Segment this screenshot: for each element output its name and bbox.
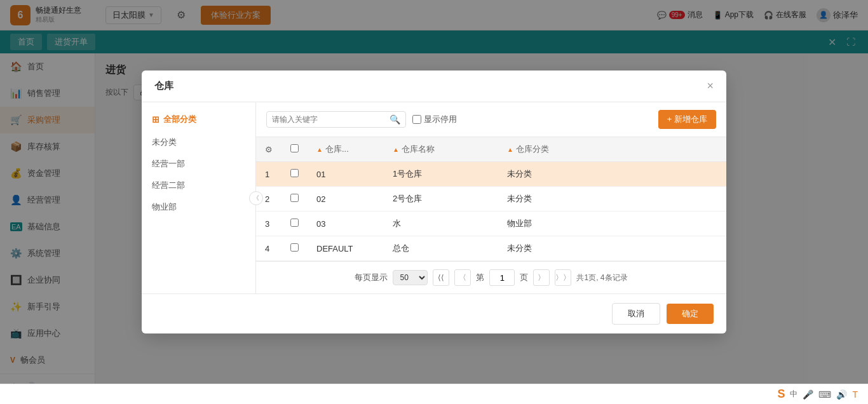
row-code: 03	[308, 212, 384, 236]
table-row[interactable]: 1 01 1号仓库 未分类	[256, 162, 726, 187]
row-name: 2号仓库	[384, 187, 498, 212]
sougou-icon: S	[777, 387, 785, 401]
row-checkbox	[281, 162, 308, 187]
col-category-header: ▲仓库分类	[498, 137, 726, 162]
category-item-property[interactable]: 物业部	[142, 196, 255, 218]
keyboard-icon[interactable]: ⌨	[818, 389, 831, 400]
row-index: 3	[256, 212, 281, 236]
total-info: 共1页, 4条记录	[576, 273, 627, 283]
col-settings: ⚙	[256, 137, 281, 162]
row-checkbox	[281, 187, 308, 212]
modal-footer: 取消 确定	[142, 293, 726, 333]
confirm-button[interactable]: 确定	[667, 304, 714, 324]
search-icon[interactable]: 🔍	[390, 114, 400, 125]
page-number-input[interactable]	[489, 269, 515, 286]
table-row[interactable]: 3 03 水 物业部	[256, 212, 726, 236]
sort-icon: ▲	[316, 146, 323, 153]
row-category: 物业部	[498, 212, 726, 236]
row-name: 水	[384, 212, 498, 236]
row-code: 01	[308, 162, 384, 187]
next-page-button[interactable]: 〉	[533, 269, 550, 286]
prev-page-button[interactable]: 〈	[454, 269, 471, 286]
row-category: 未分类	[498, 236, 726, 261]
page-size-select[interactable]: 50 10 20 100	[393, 270, 428, 285]
row-checkbox	[281, 212, 308, 236]
row-index: 1	[256, 162, 281, 187]
row-name: 1号仓库	[384, 162, 498, 187]
toolbar-icon[interactable]: T	[852, 389, 858, 400]
first-page-button[interactable]: ⟨⟨	[433, 269, 449, 286]
col-code-header: ▲仓库...	[308, 137, 384, 162]
show-disabled-wrap: 显示停用	[412, 114, 457, 125]
table-panel: 🔍 显示停用 + 新增仓库 ⚙	[256, 102, 726, 293]
select-all-checkbox[interactable]	[290, 144, 299, 152]
category-all[interactable]: ⊞ 全部分类	[142, 110, 255, 131]
speaker-icon[interactable]: 🔊	[836, 389, 847, 400]
collapse-panel-button[interactable]: 《	[249, 191, 263, 205]
col-checkbox	[281, 137, 308, 162]
show-disabled-checkbox[interactable]	[412, 115, 421, 124]
warehouse-table: ⚙ ▲仓库... ▲仓库名称 ▲仓库分类	[256, 137, 726, 261]
row-select-checkbox[interactable]	[290, 219, 299, 227]
row-select-checkbox[interactable]	[290, 169, 299, 177]
mic-icon[interactable]: 🎤	[803, 389, 813, 400]
category-item-ops1[interactable]: 经营一部	[142, 153, 255, 175]
row-name: 总仓	[384, 236, 498, 261]
category-item-unclassified[interactable]: 未分类	[142, 131, 255, 153]
row-code: DEFAULT	[308, 236, 384, 261]
sort-icon3: ▲	[507, 146, 513, 153]
data-table-wrap: ⚙ ▲仓库... ▲仓库名称 ▲仓库分类	[256, 137, 726, 261]
table-toolbar: 🔍 显示停用 + 新增仓库	[256, 102, 726, 137]
search-input-wrap: 🔍	[266, 111, 406, 128]
bottom-bar: S 中 🎤 ⌨ 🔊 T	[0, 384, 868, 404]
table-row[interactable]: 2 02 2号仓库 未分类	[256, 187, 726, 212]
category-panel: ⊞ 全部分类 未分类 经营一部 经营二部 物业部 《	[142, 102, 256, 293]
page-unit: 页	[520, 272, 528, 283]
warehouse-modal: 仓库 × ⊞ 全部分类 未分类 经营一部 经营二部 物业部 《	[142, 71, 726, 333]
row-select-checkbox[interactable]	[290, 243, 299, 252]
pagination-row: 每页显示 50 10 20 100 ⟨⟨ 〈 第 页 〉 〉〉 共1页, 4条记…	[256, 261, 726, 293]
col-name-header: ▲仓库名称	[384, 137, 498, 162]
row-category: 未分类	[498, 162, 726, 187]
modal-body: ⊞ 全部分类 未分类 经营一部 经营二部 物业部 《 🔍	[142, 102, 726, 293]
modal-title: 仓库	[154, 80, 173, 92]
row-category: 未分类	[498, 187, 726, 212]
page-size-label: 每页显示	[355, 272, 388, 283]
zh-cn-icon: 中	[790, 389, 797, 400]
page-label: 第	[476, 272, 484, 283]
add-warehouse-button[interactable]: + 新增仓库	[658, 110, 716, 129]
last-page-button[interactable]: 〉〉	[555, 269, 571, 286]
category-item-ops2[interactable]: 经营二部	[142, 175, 255, 196]
modal-header: 仓库 ×	[142, 71, 726, 102]
row-code: 02	[308, 187, 384, 212]
sort-icon2: ▲	[393, 146, 399, 153]
table-row[interactable]: 4 DEFAULT 总仓 未分类	[256, 236, 726, 261]
table-header-row: ⚙ ▲仓库... ▲仓库名称 ▲仓库分类	[256, 137, 726, 162]
search-input[interactable]	[272, 115, 390, 124]
modal-overlay: 仓库 × ⊞ 全部分类 未分类 经营一部 经营二部 物业部 《	[0, 0, 868, 404]
row-select-checkbox[interactable]	[290, 194, 299, 202]
cancel-button[interactable]: 取消	[612, 303, 660, 325]
modal-close-button[interactable]: ×	[707, 79, 714, 93]
row-index: 4	[256, 236, 281, 261]
grid-icon: ⊞	[152, 114, 159, 125]
row-checkbox	[281, 236, 308, 261]
